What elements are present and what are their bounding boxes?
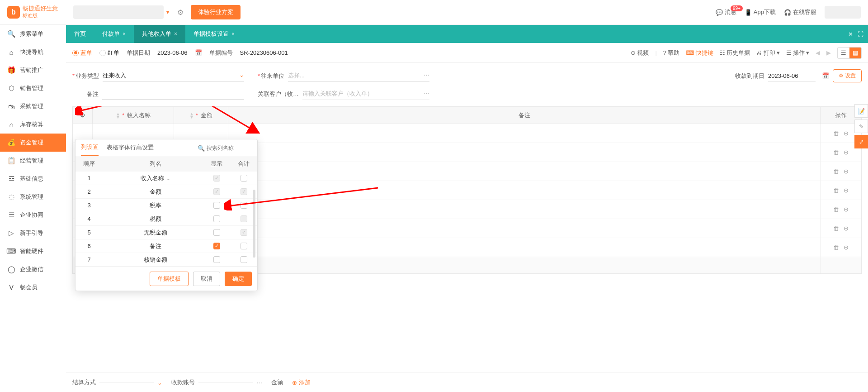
org-select[interactable] [73,5,164,19]
more-icon[interactable]: ⋯ [424,72,429,78]
popup-row[interactable]: 3税率 [75,199,257,212]
sidebar-item-system[interactable]: ◌系统管理 [0,188,66,206]
checkbox-icon[interactable] [241,256,247,263]
col-amount[interactable]: ▲▼*金额 [174,107,228,124]
checkbox-icon[interactable] [213,202,220,209]
copy-icon[interactable]: ⊕ [844,225,849,232]
calendar-icon[interactable]: 📅 [822,72,829,79]
gear-icon[interactable]: ⚙ [177,8,184,17]
copy-icon[interactable]: ⊕ [844,130,849,137]
tab-payment[interactable]: 付款单× [94,25,134,43]
float-edit-icon[interactable]: ✎ [854,120,868,133]
popup-row[interactable]: 6备注✓ [75,239,257,253]
checkbox-icon[interactable] [213,256,220,263]
field-settlement[interactable]: 结算方式⌄ [72,378,162,387]
customer-service-link[interactable]: 🎧 在线客服 [784,8,816,16]
biztype-select[interactable]: 往来收入⌄ [103,70,244,82]
settings-button[interactable]: ⚙ 设置 [833,69,862,82]
sidebar-item-search[interactable]: 🔍搜索菜单 [0,25,66,43]
sidebar-item-inventory[interactable]: ⌂库存核算 [0,115,66,134]
delete-icon[interactable]: 🗑 [833,225,839,232]
sidebar-item-basic[interactable]: ☲基础信息 [0,170,66,188]
popup-row[interactable]: 4税额 [75,212,257,226]
popup-tab-columns[interactable]: 列设置 [81,143,99,156]
checkbox-icon[interactable] [213,229,220,236]
sidebar-item-purchase[interactable]: 🛍采购管理 [0,97,66,115]
sidebar-item-marketing[interactable]: 🎁营销推广 [0,61,66,79]
sidebar-item-guide[interactable]: ▷新手引导 [0,224,66,242]
radio-red[interactable]: 红单 [99,49,119,57]
more-icon[interactable]: ⋯ [424,90,429,96]
message-link[interactable]: 💬 消息 99+ [716,8,736,16]
list-view-btn[interactable]: ☰ [838,48,849,58]
checkbox-icon[interactable]: ✓ [213,243,220,249]
app-download-link[interactable]: 📱 App下载 [745,8,776,16]
sidebar-item-member[interactable]: Ⅴ畅会员 [0,278,66,296]
popup-row[interactable]: 5无税金额✓ [75,226,257,239]
sidebar-item-collab[interactable]: ☰企业协同 [0,206,66,224]
float-expand-icon[interactable]: ⤢ [854,135,868,148]
close-icon[interactable]: × [123,31,126,37]
relcust-input[interactable]: 请输入关联客户（收入单）⋯ [302,88,429,100]
delete-icon[interactable]: 🗑 [833,130,839,137]
popup-row[interactable]: 2金额✓✓ [75,185,257,199]
float-note-icon[interactable]: 📝 [854,104,868,118]
print-link[interactable]: 🖨打印▾ [756,49,780,57]
close-all-icon[interactable]: ✕ [848,31,853,38]
calendar-icon[interactable]: 📅 [195,49,202,56]
copy-icon[interactable]: ⊕ [844,206,849,213]
add-button[interactable]: ⊕添加 [292,378,311,387]
help-link[interactable]: ?帮助 [663,49,679,57]
doc-date-value[interactable]: 2023-06-06 [157,49,188,56]
popup-tab-font[interactable]: 表格字体行高设置 [107,143,154,155]
sidebar-item-quicknav[interactable]: ⌂快捷导航 [0,43,66,61]
column-settings-button[interactable]: ⚙ [73,107,93,124]
popup-search-input[interactable] [207,145,252,151]
video-link[interactable]: ⊙视频 [631,49,649,57]
sidebar-item-finance[interactable]: 💰资金管理 [0,134,66,152]
detail-view-btn[interactable]: ▤ [849,48,861,58]
chevron-down-icon[interactable]: ▾ [166,9,169,15]
user-avatar[interactable] [825,6,861,19]
template-button[interactable]: 单据模板 [150,272,189,286]
checkbox-icon[interactable] [241,202,247,209]
field-account[interactable]: 收款账号⋯ [171,378,262,387]
history-link[interactable]: ☷历史单据 [720,49,750,57]
sidebar-item-hardware[interactable]: ⌨智能硬件 [0,242,66,260]
radio-blue[interactable]: 蓝单 [72,49,92,57]
checkbox-icon[interactable] [241,175,247,182]
tab-home[interactable]: 首页 [66,25,94,43]
remark-input[interactable] [102,89,244,100]
next-icon[interactable]: ▶ [826,49,831,56]
trial-button[interactable]: 体验行业方案 [191,5,241,19]
cancel-button[interactable]: 取消 [193,272,220,286]
copy-icon[interactable]: ⊕ [844,168,849,175]
checkbox-icon[interactable] [213,215,220,222]
unit-select[interactable]: 选择...⋯ [288,70,429,82]
fullscreen-icon[interactable]: ⛶ [858,31,863,38]
popup-row[interactable]: 1收入名称 ⌄✓ [75,172,257,185]
sidebar-item-wechat[interactable]: ◯企业微信 [0,260,66,278]
scrollbar[interactable] [253,190,255,258]
col-income-name[interactable]: ▲▼*收入名称 [93,107,174,124]
delete-icon[interactable]: 🗑 [833,168,839,175]
close-icon[interactable]: × [174,31,177,37]
popup-row[interactable]: 7核销金额 [75,253,257,267]
delete-icon[interactable]: 🗑 [833,244,839,251]
delete-icon[interactable]: 🗑 [833,149,839,156]
tab-template[interactable]: 单据模板设置× [185,25,243,43]
ops-link[interactable]: ☰操作▾ [786,49,809,57]
delete-icon[interactable]: 🗑 [833,187,839,194]
copy-icon[interactable]: ⊕ [844,187,849,194]
sidebar-item-operation[interactable]: 📋经营管理 [0,152,66,170]
tab-other-income[interactable]: 其他收入单× [134,25,185,43]
field-amount[interactable]: 金额 [271,378,283,387]
ok-button[interactable]: 确定 [225,272,252,286]
copy-icon[interactable]: ⊕ [844,244,849,251]
sidebar-item-sales[interactable]: ⬡销售管理 [0,79,66,97]
close-icon[interactable]: × [231,31,235,37]
copy-icon[interactable]: ⊕ [844,149,849,156]
hotkey-link[interactable]: ⌨快捷键 [686,49,713,57]
delete-icon[interactable]: 🗑 [833,206,839,213]
checkbox-icon[interactable] [241,243,247,249]
